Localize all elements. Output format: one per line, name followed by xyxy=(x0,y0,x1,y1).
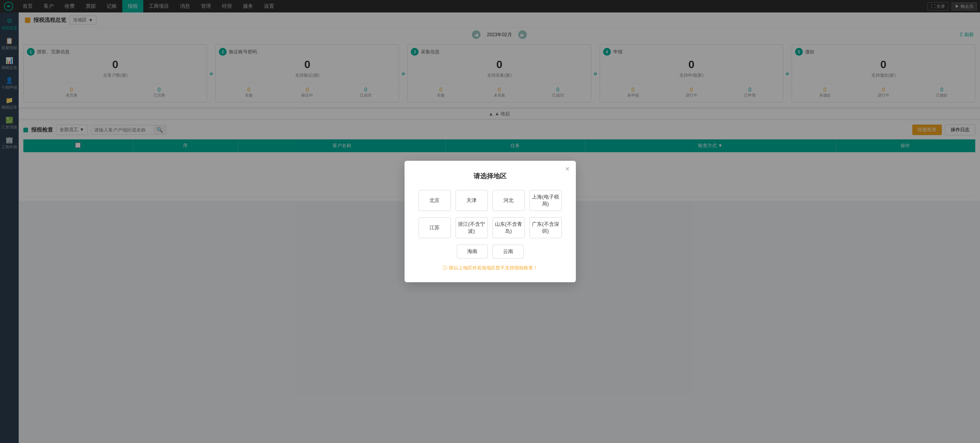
modal-note-text: 除以上地区外其他地区暂不支持报税检查！ xyxy=(449,265,538,271)
region-btn-hebei[interactable]: 河北 xyxy=(493,190,525,211)
region-btn-hainan[interactable]: 海南 xyxy=(457,244,488,258)
region-btn-shanghai[interactable]: 上海(电子税局) xyxy=(530,190,562,211)
region-grid-row2: 江苏 浙江(不含宁波) 山东(不含青岛) 广东(不含深圳) xyxy=(419,217,562,238)
region-btn-jiangsu[interactable]: 江苏 xyxy=(419,217,451,238)
region-grid-row1: 北京 天津 河北 上海(电子税局) xyxy=(419,190,562,211)
region-btn-yunnan[interactable]: 云南 xyxy=(493,244,524,258)
modal-title: 请选择地区 xyxy=(419,172,562,181)
region-btn-tianjin[interactable]: 天津 xyxy=(456,190,488,211)
modal-overlay: × 请选择地区 北京 天津 河北 上海(电子税局) 江苏 浙江(不含宁波) 山东… xyxy=(0,0,980,443)
region-btn-shandong[interactable]: 山东(不含青岛) xyxy=(493,217,525,238)
modal-note: ⓘ 除以上地区外其他地区暂不支持报税检查！ xyxy=(419,265,562,271)
modal-close-button[interactable]: × xyxy=(565,165,570,172)
region-btn-beijing[interactable]: 北京 xyxy=(419,190,451,211)
region-grid-row3: 海南 云南 xyxy=(419,244,562,258)
region-select-modal: × 请选择地区 北京 天津 河北 上海(电子税局) 江苏 浙江(不含宁波) 山东… xyxy=(405,161,576,282)
region-btn-guangdong[interactable]: 广东(不含深圳) xyxy=(530,217,562,238)
region-btn-zhejiang[interactable]: 浙江(不含宁波) xyxy=(456,217,488,238)
warning-icon: ⓘ xyxy=(443,265,447,271)
